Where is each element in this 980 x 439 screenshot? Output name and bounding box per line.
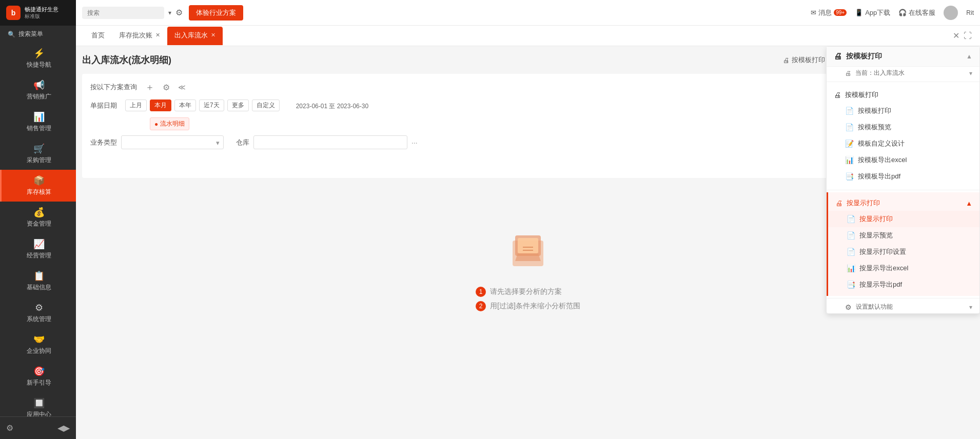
template-section-icon: 🖨 (834, 91, 841, 99)
date-custom-btn[interactable]: 自定义 (252, 99, 280, 111)
filter-add-icon[interactable]: ＋ (145, 81, 154, 93)
tab-flow-detail-close[interactable]: ✕ (211, 32, 215, 38)
excel-icon-2: 📊 (847, 264, 855, 272)
app-download-button[interactable]: 📱 App下载 (855, 8, 890, 17)
maximize-tab-button[interactable]: ⛶ (964, 31, 972, 41)
sidebar-item-purchase[interactable]: 🛒 采购管理 (0, 138, 76, 170)
print-dropdown-panel: 🖨 按模板打印 ▲ 🖨 当前：出入库流水 ▾ 🖨 按模板打印 (826, 46, 980, 314)
sidebar-item-app-center[interactable]: 🔲 应用中心 (0, 392, 76, 416)
warehouse-more-icon[interactable]: ··· (411, 138, 418, 147)
settings-footer-icon[interactable]: ⚙ (6, 423, 13, 433)
marketing-icon: 📢 (33, 79, 45, 91)
enterprise-icon: 🤝 (33, 334, 45, 345)
app-name: 畅捷通好生意 (25, 6, 58, 13)
sidebar-footer: ⚙ ◀▶ (0, 416, 76, 439)
tab-flow-detail[interactable]: 出入库流水 ✕ (167, 27, 223, 45)
close-tab-button[interactable]: ✕ (953, 31, 959, 41)
default-arrow: ▾ (969, 304, 972, 311)
page-title: 出入库流水(流水明细) (82, 54, 171, 66)
online-service-button[interactable]: 🎧 在线客服 (898, 8, 935, 17)
guide-icon: 🎯 (33, 366, 45, 377)
sidebar-item-marketing[interactable]: 📢 营销推广 (0, 74, 76, 106)
date-range-text: 2023-06-01 至 2023-06-30 (296, 102, 368, 111)
doc-icon-6: 📄 (847, 248, 855, 256)
display-print-settings-btn[interactable]: 📄 按显示打印设置 (828, 244, 979, 260)
biz-type-select[interactable] (121, 135, 224, 149)
sidebar-item-sales[interactable]: 📊 销售管理 (0, 106, 76, 138)
print-template-label: 按模板打印 (792, 55, 825, 65)
date-curr-month-btn[interactable]: 本月 (150, 99, 171, 111)
template-preview-btn[interactable]: 📄 按模板预览 (827, 119, 979, 135)
tab-batch-account-close[interactable]: ✕ (155, 32, 160, 38)
empty-step-2: 2 用[过滤]条件来缩小分析范围 (476, 301, 580, 311)
date-7days-btn[interactable]: 近7天 (199, 99, 224, 111)
display-export-pdf-btn[interactable]: 📑 按显示导出pdf (828, 276, 979, 293)
filter-collapse-icon[interactable]: ≪ (178, 83, 186, 91)
main-content: ▾ ⚙ 体验行业方案 ✉ 消息 99+ 📱 App下载 🎧 在线客服 Rit 首… (76, 0, 980, 439)
topbar-dropdown-btn[interactable]: ▾ (168, 9, 171, 16)
tab-home-label: 首页 (91, 31, 105, 40)
app-download-label: App下载 (865, 8, 890, 17)
sidebar-item-quick-nav[interactable]: ⚡ 快捷导航 (0, 43, 76, 74)
sidebar-item-label: 销售管理 (27, 124, 51, 133)
display-print-btn[interactable]: 📄 按显示打印 (828, 211, 979, 227)
filter-gear-icon[interactable]: ⚙ (163, 83, 170, 92)
sidebar-item-finance[interactable]: 💰 资金管理 (0, 202, 76, 233)
message-button[interactable]: ✉ 消息 99+ (811, 8, 847, 17)
step-2-num: 2 (476, 301, 486, 311)
flow-tag-label: 流水明细 (160, 119, 185, 128)
sidebar-item-label: 企业协同 (27, 347, 51, 355)
empty-steps: 1 请先选择要分析的方案 2 用[过滤]条件来缩小分析范围 (476, 287, 580, 315)
template-print-btn[interactable]: 📄 按模板打印 (827, 103, 979, 119)
sidebar-item-label: 营销推广 (27, 92, 51, 101)
collapse-footer-icon[interactable]: ◀▶ (57, 423, 70, 433)
display-section-icon: 🖨 (835, 199, 842, 207)
sidebar-item-label: 资金管理 (27, 220, 51, 228)
tab-home[interactable]: 首页 (84, 27, 112, 45)
operations-icon: 📈 (33, 238, 45, 250)
display-section-label: 🖨 按显示打印 ▲ (828, 195, 979, 211)
template-custom-btn[interactable]: 📝 模板自定义设计 (827, 135, 979, 152)
template-export-pdf-btn[interactable]: 📑 按模板导出pdf (827, 168, 979, 185)
inventory-icon: 📦 (33, 175, 45, 186)
industry-solution-button[interactable]: 体验行业方案 (189, 5, 243, 21)
display-preview-btn[interactable]: 📄 按显示预览 (828, 227, 979, 244)
empty-illustration (502, 225, 554, 276)
sidebar-item-label: 系统管理 (27, 315, 51, 324)
sidebar-item-inventory[interactable]: 📦 库存核算 (0, 170, 76, 202)
divider-2 (827, 190, 979, 190)
topbar-gear-icon[interactable]: ⚙ (175, 8, 183, 17)
date-more-btn[interactable]: 更多 (227, 99, 249, 111)
tabs-bar: 首页 库存批次账 ✕ 出入库流水 ✕ ✕ ⛶ (76, 26, 980, 46)
sidebar-item-operations[interactable]: 📈 经营管理 (0, 233, 76, 265)
app-logo: b 畅捷通好生意 标准版 (0, 0, 76, 26)
basic-icon: 📋 (33, 270, 45, 282)
step-1-num: 1 (476, 287, 486, 297)
template-export-excel-btn[interactable]: 📊 按模板导出excel (827, 152, 979, 168)
date-prev-month-btn[interactable]: 上月 (125, 99, 147, 111)
tab-batch-account[interactable]: 库存批次账 ✕ (112, 27, 167, 45)
display-export-excel-btn[interactable]: 📊 按显示导出excel (828, 260, 979, 276)
dropdown-collapse-icon[interactable]: ▲ (966, 53, 972, 60)
sidebar-item-basic[interactable]: 📋 基础信息 (0, 265, 76, 297)
page-content: 出入库流水(流水明细) 🖨 按模板打印 ▲ 📤 导出 ↺ 刷新 查询 设置 (76, 46, 980, 439)
default-settings-btn[interactable]: ⚙ 设置默认功能 ▾ (827, 301, 979, 313)
sidebar-item-label: 应用中心 (27, 410, 51, 416)
sidebar-item-label: 快捷导航 (27, 61, 51, 69)
username-label[interactable]: Rit (966, 9, 974, 16)
date-label: 单据日期 (90, 101, 117, 110)
topbar-search-input[interactable] (82, 7, 164, 19)
doc-icon-4: 📄 (847, 215, 855, 223)
doc-icon-1: 📄 (845, 107, 854, 115)
doc-icon-5: 📄 (847, 231, 855, 240)
dropdown-current[interactable]: 🖨 当前：出入库流水 ▾ (827, 67, 979, 79)
date-curr-year-btn[interactable]: 本年 (174, 99, 196, 111)
sidebar-item-system[interactable]: ⚙ 系统管理 (0, 297, 76, 329)
warehouse-input[interactable] (253, 135, 407, 149)
sidebar-item-guide[interactable]: 🎯 新手引导 (0, 361, 76, 392)
sidebar-search[interactable]: 🔍 搜索菜单 (0, 26, 76, 43)
user-avatar[interactable] (944, 6, 958, 20)
display-print-section: 🖨 按显示打印 ▲ 📄 按显示打印 📄 按显示预览 📄 按显示打印设 (827, 192, 979, 296)
filter-scheme-label: 按以下方案查询 (90, 83, 137, 92)
sidebar-item-enterprise[interactable]: 🤝 企业协同 (0, 329, 76, 361)
